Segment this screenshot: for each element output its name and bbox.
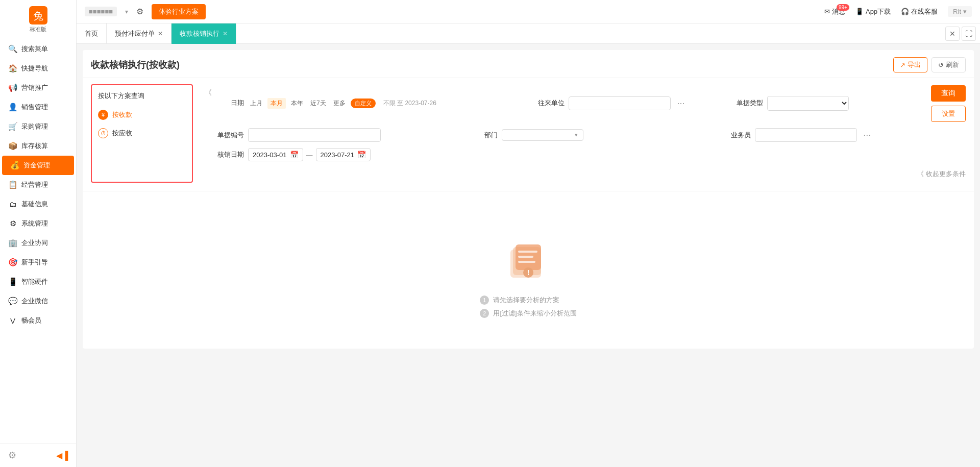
filter-option-receivable-label: 按应收 xyxy=(112,129,132,138)
tip-num-1: 1 xyxy=(480,296,489,305)
sidebar-item-label-8: 基础信息 xyxy=(21,200,48,209)
tab-home[interactable]: 首页 xyxy=(77,23,107,44)
filter-staff-dots[interactable]: ··· xyxy=(861,130,873,140)
tabs-bar: 首页 预付冲应付单 ✕ 收款核销执行 ✕ ✕ ⛶ xyxy=(77,23,980,44)
sidebar-item-12[interactable]: 📱智能硬件 xyxy=(0,272,76,291)
verify-date-separator: — xyxy=(306,151,313,159)
sidebar-item-icon-9: ⚙ xyxy=(8,219,17,228)
sidebar-item-9[interactable]: ⚙系统管理 xyxy=(0,214,76,233)
query-button[interactable]: 查询 xyxy=(931,85,966,102)
filter-date-label: 日期 xyxy=(213,99,244,108)
filter-row-1: 日期 上月 本月 本年 近7天 更多 自定义 不限 至 2023-0 xyxy=(213,84,966,122)
verify-date-end-input[interactable]: 2023-07-21 📅 xyxy=(316,148,371,161)
sidebar-item-label-10: 企业协同 xyxy=(21,238,48,248)
filter-row-2: 单据编号 部门 ▾ 业务员 xyxy=(213,128,966,142)
filter-option-by-receivable[interactable]: ⏱ 按应收 xyxy=(92,124,192,142)
tab-expand-btn[interactable]: ⛶ xyxy=(962,27,976,41)
export-button[interactable]: ↗ 导出 xyxy=(893,57,927,72)
sidebar-item-1[interactable]: 🏠快捷导航 xyxy=(0,59,76,78)
filter-collapse-btn[interactable]: 《 xyxy=(203,88,213,97)
export-label: 导出 xyxy=(908,60,921,69)
sidebar-item-label-13: 企业微信 xyxy=(21,297,48,306)
page-content: 收款核销执行(按收款) ↗ 导出 ↺ 刷新 按以下方案查询 xyxy=(77,44,980,467)
sidebar-item-label-11: 新手引导 xyxy=(21,258,48,267)
tab-receipt-verify[interactable]: 收款核销执行 ✕ xyxy=(172,23,236,44)
sidebar-item-2[interactable]: 📢营销推广 xyxy=(0,78,76,97)
filter-option-by-receipt[interactable]: ¥ 按收款 xyxy=(92,106,192,124)
online-service-icon: 🎧 xyxy=(901,8,909,15)
sidebar-item-label-0: 搜索菜单 xyxy=(21,44,48,54)
svg-text:!: ! xyxy=(527,268,530,277)
empty-state-icon: ! xyxy=(503,234,554,285)
tabs-actions: ✕ ⛶ xyxy=(945,27,980,41)
collapse-sidebar-btn[interactable]: ◀▐ xyxy=(56,451,68,460)
setting-button[interactable]: 设置 xyxy=(931,106,966,122)
sidebar-item-0[interactable]: 🔍搜索菜单 xyxy=(0,39,76,59)
sidebar-item-7[interactable]: 📋经营管理 xyxy=(0,175,76,194)
filter-docno-input[interactable] xyxy=(248,128,381,142)
settings-footer-icon[interactable]: ⚙ xyxy=(8,450,16,461)
filter-field-dept: 部门 ▾ xyxy=(467,129,713,141)
tip-text-2: 用[过滤]条件来缩小分析范围 xyxy=(493,309,576,318)
sidebar-item-icon-5: 📦 xyxy=(8,141,17,151)
sidebar-item-8[interactable]: 🗂基础信息 xyxy=(0,194,76,214)
tab-prepay-label: 预付冲应付单 xyxy=(115,29,155,38)
sidebar-item-label-9: 系统管理 xyxy=(21,219,48,228)
sidebar-item-5[interactable]: 📦库存核算 xyxy=(0,136,76,156)
verify-date-start-input[interactable]: 2023-03-01 📅 xyxy=(248,148,303,161)
message-badge: 99+ xyxy=(837,4,849,11)
filter-divider xyxy=(83,191,974,191)
topbar-app-download[interactable]: 📱 App下载 xyxy=(855,7,891,16)
sidebar-item-label-7: 经营管理 xyxy=(21,180,48,189)
date-opt-last-month[interactable]: 上月 xyxy=(248,98,264,109)
sidebar-item-label-12: 智能硬件 xyxy=(21,277,48,286)
date-opt-this-month[interactable]: 本月 xyxy=(267,98,286,109)
filter-docno-label: 单据编号 xyxy=(213,131,244,140)
filter-partner-dots[interactable]: ··· xyxy=(675,98,687,109)
sidebar-item-6[interactable]: 💰资金管理 xyxy=(2,156,74,175)
topbar: ■■■■■■ ▾ ⚙ 体验行业方案 ✉ 消息 99+ 📱 App下载 🎧 在线客… xyxy=(77,0,980,23)
topbar-brand: ■■■■■■ xyxy=(85,7,117,16)
filter-doctype-select[interactable] xyxy=(767,96,849,111)
message-icon: ✉ xyxy=(824,8,830,15)
topbar-dropdown-icon[interactable]: ▾ xyxy=(125,8,128,15)
verify-date-range: 2023-03-01 📅 — 2023-07-21 📅 xyxy=(248,148,371,161)
verify-date-end-text: 2023-07-21 xyxy=(321,151,355,159)
sidebar-item-4[interactable]: 🛒采购管理 xyxy=(0,117,76,136)
collapse-more-icon: 《 xyxy=(917,169,924,179)
topbar-solution-button[interactable]: 体验行业方案 xyxy=(152,4,206,19)
topbar-message-btn[interactable]: ✉ 消息 99+ xyxy=(824,7,845,16)
empty-tip-2: 2 用[过滤]条件来缩小分析范围 xyxy=(480,309,576,318)
sidebar-item-icon-2: 📢 xyxy=(8,83,17,92)
date-opt-more[interactable]: 更多 xyxy=(331,98,348,109)
filter-option-receivable-icon: ⏱ xyxy=(98,128,108,138)
tab-prepay[interactable]: 预付冲应付单 ✕ xyxy=(107,23,172,44)
tab-home-label: 首页 xyxy=(85,29,98,38)
date-opt-custom[interactable]: 自定义 xyxy=(351,99,376,108)
sidebar-item-13[interactable]: 💬企业微信 xyxy=(0,291,76,311)
filter-field-docno: 单据编号 xyxy=(213,128,459,142)
filter-staff-input[interactable] xyxy=(755,128,857,142)
sidebar-item-14[interactable]: V畅会员 xyxy=(0,311,76,330)
topbar-online-service[interactable]: 🎧 在线客服 xyxy=(901,7,938,16)
svg-rect-7 xyxy=(518,261,535,263)
sidebar-item-3[interactable]: 👤销售管理 xyxy=(0,97,76,117)
filter-area: 按以下方案查询 ¥ 按收款 ⏱ 按应收 《 xyxy=(83,78,974,189)
sidebar-item-11[interactable]: 🎯新手引导 xyxy=(0,253,76,272)
sidebar-item-10[interactable]: 🏢企业协同 xyxy=(0,233,76,253)
collapse-more-conditions[interactable]: 《 收起更多条件 xyxy=(213,167,966,183)
topbar-gear-icon[interactable]: ⚙ xyxy=(136,7,143,16)
tab-prepay-close[interactable]: ✕ xyxy=(158,30,163,37)
tab-receipt-verify-close[interactable]: ✕ xyxy=(223,30,228,37)
filter-partner-input[interactable] xyxy=(569,96,671,110)
filter-field-partner: 往来单位 ··· xyxy=(534,96,724,110)
topbar-user[interactable]: Rit ▾ xyxy=(948,6,972,17)
filter-field-date: 日期 上月 本月 本年 近7天 更多 自定义 xyxy=(213,98,404,109)
app-download-label: App下载 xyxy=(866,7,891,16)
refresh-button[interactable]: ↺ 刷新 xyxy=(932,57,966,72)
date-opt-7days[interactable]: 近7天 xyxy=(308,98,328,109)
date-opt-this-year[interactable]: 本年 xyxy=(289,98,305,109)
tab-close-all-btn[interactable]: ✕ xyxy=(945,27,960,41)
filter-action-buttons: 查询 设置 xyxy=(931,84,966,122)
filter-dept-select[interactable]: ▾ xyxy=(502,129,583,141)
